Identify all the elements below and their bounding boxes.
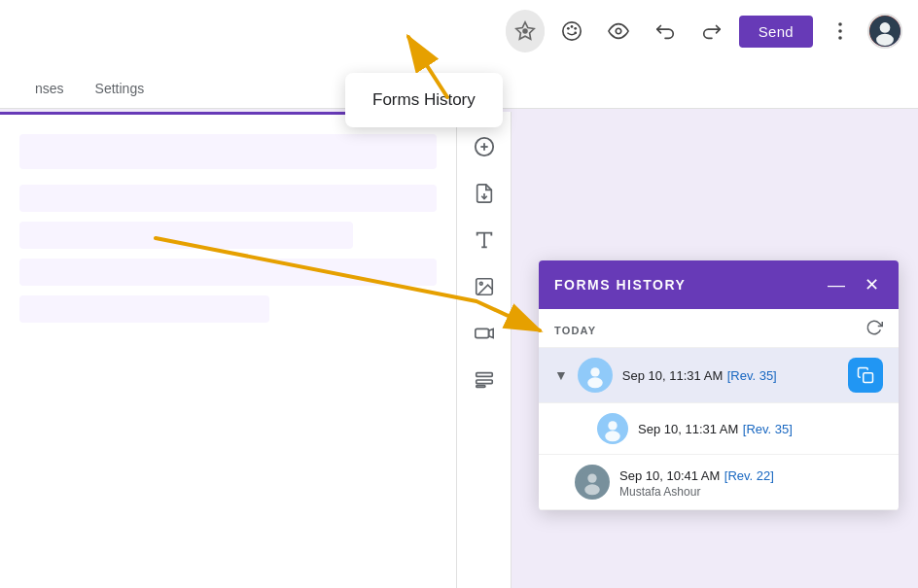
text-button[interactable]	[465, 221, 504, 259]
history-item-1-info: Sep 10, 11:31 AM [Rev. 35]	[622, 366, 838, 384]
svg-point-33	[605, 431, 620, 441]
history-item-1[interactable]: ▼ Sep 10, 11:31 AM [Rev. 35]	[539, 348, 899, 403]
svg-point-36	[584, 484, 600, 495]
svg-point-29	[587, 377, 603, 388]
svg-rect-24	[476, 373, 492, 377]
tooltip-text: Forms History	[372, 90, 476, 109]
svg-rect-26	[476, 386, 484, 388]
form-line	[19, 259, 437, 286]
history-panel-title: FORMS HISTORY	[554, 277, 686, 293]
history-item-1-expand[interactable]: ▼	[554, 367, 568, 383]
forms-history-tooltip: Forms History	[345, 73, 503, 127]
history-subitem-1-rev-tag: [Rev. 35]	[743, 422, 793, 436]
history-minimize-button[interactable]: —	[824, 274, 849, 295]
svg-point-28	[590, 367, 599, 376]
svg-point-7	[616, 28, 621, 34]
history-panel-header: FORMS HISTORY — ✕	[539, 260, 899, 309]
history-subitem-1[interactable]: Sep 10, 11:31 AM [Rev. 35]	[539, 403, 899, 455]
svg-rect-25	[476, 380, 492, 384]
svg-point-2	[563, 22, 581, 40]
preview-button[interactable]	[599, 12, 638, 51]
history-item-1-avatar	[578, 358, 613, 393]
svg-point-9	[838, 29, 842, 33]
theme-button[interactable]	[552, 12, 591, 51]
form-line	[19, 134, 437, 169]
form-content	[0, 115, 456, 352]
svg-point-10	[838, 36, 842, 40]
history-subitem-1-time: Sep 10, 11:31 AM	[638, 422, 738, 436]
svg-rect-30	[864, 373, 873, 383]
user-avatar[interactable]	[867, 14, 902, 49]
import-button[interactable]	[465, 174, 504, 213]
redo-button[interactable]	[692, 12, 731, 51]
undo-button[interactable]	[646, 12, 685, 51]
form-line	[19, 295, 269, 323]
history-item-2-rev-tag: [Rev. 22]	[724, 468, 774, 483]
history-refresh-button[interactable]	[865, 319, 883, 341]
tab-responses[interactable]: nses	[19, 69, 80, 108]
svg-point-12	[880, 22, 891, 33]
history-today-label: TODAY	[554, 325, 596, 336]
svg-point-32	[608, 421, 617, 430]
history-today-section: TODAY	[539, 309, 899, 348]
history-panel: FORMS HISTORY — ✕ TODAY ▼ Sep 10, 11:31 …	[539, 260, 899, 510]
add-element-button[interactable]	[465, 127, 504, 166]
svg-point-13	[876, 34, 894, 46]
icons-sidebar	[457, 112, 512, 588]
history-close-button[interactable]: ✕	[861, 274, 883, 295]
svg-point-3	[567, 27, 570, 30]
video-button[interactable]	[465, 314, 504, 353]
history-item-2-time: Sep 10, 10:41 AM	[619, 468, 720, 483]
history-item-2[interactable]: ▶ Sep 10, 10:41 AM [Rev. 22] Mustafa Ash…	[539, 455, 899, 510]
form-line	[19, 185, 437, 212]
tab-settings[interactable]: Settings	[80, 69, 160, 108]
svg-point-4	[570, 25, 573, 28]
svg-rect-22	[475, 329, 488, 337]
toolbar: Send	[0, 0, 918, 62]
forms-history-button[interactable]	[506, 12, 545, 51]
history-header-actions: — ✕	[824, 274, 883, 295]
history-item-1-time: Sep 10, 11:31 AM	[622, 368, 723, 383]
svg-point-1	[522, 28, 528, 34]
section-button[interactable]	[465, 361, 504, 399]
send-button[interactable]: Send	[739, 16, 813, 48]
more-options-button[interactable]	[821, 12, 860, 51]
history-item-2-name: Mustafa Ashour	[619, 485, 883, 499]
svg-point-35	[587, 473, 596, 482]
history-item-2-info: Sep 10, 10:41 AM [Rev. 22] Mustafa Ashou…	[619, 467, 883, 499]
history-item-1-rev-tag: [Rev. 35]	[727, 368, 777, 383]
svg-marker-23	[488, 329, 493, 337]
history-subitem-1-avatar	[597, 413, 628, 444]
form-line	[19, 222, 353, 249]
main-content	[0, 112, 457, 588]
svg-point-21	[479, 282, 482, 285]
history-subitem-1-info: Sep 10, 11:31 AM [Rev. 35]	[638, 420, 883, 437]
image-button[interactable]	[465, 267, 504, 306]
history-item-1-copy-button[interactable]	[848, 358, 883, 393]
history-item-2-avatar	[575, 465, 610, 500]
svg-point-5	[574, 27, 577, 30]
svg-point-8	[838, 22, 842, 26]
